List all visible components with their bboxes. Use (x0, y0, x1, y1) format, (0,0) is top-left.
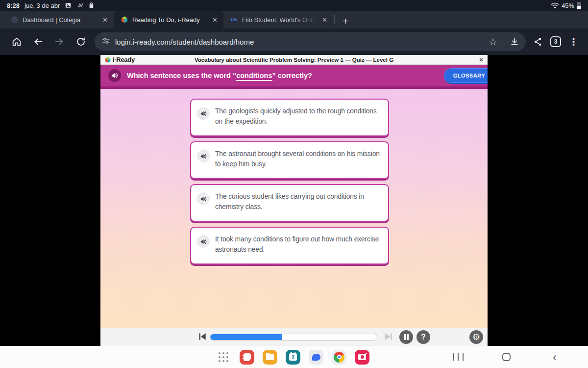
download-icon[interactable] (506, 33, 523, 50)
android-nav-keys: ‹ (426, 346, 588, 368)
tab-title: Filo Student: World's Only (242, 16, 317, 24)
clock: 8:28 (7, 2, 20, 9)
answer-audio-button[interactable] (197, 192, 210, 205)
site-controls-icon[interactable] (101, 36, 110, 47)
answer-audio-button[interactable] (197, 150, 210, 162)
tab-switcher-button[interactable]: 3 (550, 36, 561, 47)
tab-iready-active[interactable]: Reading To Do, i-Ready ✕ (114, 11, 223, 28)
battery-percent: 45% (562, 2, 574, 9)
battery-icon (577, 2, 581, 9)
iready-favicon (121, 16, 128, 24)
close-tab-icon[interactable]: ✕ (321, 16, 328, 24)
quiz-title: Vocabulary about Scientific Problem Solv… (100, 57, 488, 63)
audio-progress-bar[interactable] (210, 334, 377, 341)
question-keyword: conditions (236, 72, 272, 79)
chrome-app-icon[interactable] (332, 350, 346, 365)
status-left: 8:28 jue, 3 de abr (7, 2, 95, 9)
my-files-app-icon[interactable] (263, 350, 277, 365)
home-button[interactable] (7, 32, 26, 52)
answer-text: The geologists quickly adjusted to the r… (215, 106, 381, 127)
skip-forward-button[interactable] (384, 332, 393, 343)
answer-text: It took many conditions to figure out ho… (215, 234, 381, 255)
pen-notification-icon (76, 2, 83, 9)
filo-favicon: filo (230, 16, 238, 24)
answer-option-3[interactable]: The curious student likes carrying out c… (190, 184, 389, 222)
camera-app-icon[interactable] (355, 350, 369, 365)
calendar-app-icon[interactable]: 3 (286, 350, 300, 365)
settings-gear-button[interactable]: ⚙ (469, 330, 483, 344)
address-bar[interactable]: login.i-ready.com/student/dashboard/home… (95, 32, 526, 51)
colegia-favicon (11, 16, 19, 24)
question-text: Which sentence uses the word “conditions… (127, 72, 312, 79)
tab-filo-student[interactable]: filo Filo Student: World's Only ✕ (223, 11, 333, 28)
tab-dashboard-colegia[interactable]: Dashboard | Colēgia ✕ (4, 11, 114, 28)
answer-option-4[interactable]: It took many conditions to figure out ho… (190, 227, 389, 264)
answer-text: The curious student likes carrying out c… (215, 191, 381, 212)
answer-option-1[interactable]: The geologists quickly adjusted to the r… (190, 99, 389, 136)
page-content: i-Ready Vocabulary about Scientific Prob… (0, 55, 588, 346)
status-right: 45% (551, 2, 581, 9)
new-tab-button[interactable]: + (338, 15, 353, 27)
glossary-button[interactable]: GLOSSARY (444, 68, 488, 83)
answer-area: The geologists quickly adjusted to the r… (100, 89, 488, 328)
device-screen: 8:28 jue, 3 de abr 45% Dashboard | Colēg… (0, 0, 588, 368)
help-button[interactable]: ? (416, 330, 430, 344)
samsung-notes-app-icon[interactable] (240, 350, 254, 365)
browser-menu-icon[interactable]: ⋮ (566, 36, 581, 48)
audio-player-bar: ? ⚙ (100, 328, 488, 346)
app-drawer-button[interactable] (219, 352, 228, 362)
date-label: jue, 3 de abr (24, 2, 60, 9)
recents-button[interactable] (452, 346, 465, 368)
screenshot-notification-icon (65, 2, 72, 9)
url-text[interactable]: login.i-ready.com/student/dashboard/home (115, 38, 480, 46)
tab-divider (334, 15, 335, 24)
question-bar: Which sentence uses the word “conditions… (100, 65, 488, 89)
back-button[interactable] (28, 32, 48, 52)
answer-text: The astronaut brought several conditions… (215, 149, 381, 170)
answer-audio-button[interactable] (197, 235, 210, 248)
forward-button[interactable] (50, 32, 70, 52)
home-nav-button[interactable] (502, 346, 511, 368)
toolbar-right: 3 ⋮ (531, 32, 581, 52)
browser-tab-strip: Dashboard | Colēgia ✕ Reading To Do, i-R… (0, 11, 588, 28)
share-icon[interactable] (531, 32, 545, 52)
messages-app-icon[interactable] (309, 350, 323, 365)
quiz-header: i-Ready Vocabulary about Scientific Prob… (100, 55, 488, 65)
tab-title: Reading To Do, i-Ready (132, 16, 207, 24)
answer-audio-button[interactable] (197, 107, 210, 120)
back-nav-button[interactable]: ‹ (553, 346, 557, 368)
browser-toolbar: login.i-ready.com/student/dashboard/home… (0, 28, 588, 55)
status-bar: 8:28 jue, 3 de abr 45% (0, 0, 588, 11)
close-tab-icon[interactable]: ✕ (101, 16, 109, 24)
iready-quiz-window: i-Ready Vocabulary about Scientific Prob… (100, 55, 488, 346)
bag-notification-icon (88, 2, 95, 9)
audio-progress-fill (210, 334, 282, 340)
close-tab-icon[interactable]: ✕ (211, 16, 219, 24)
tab-title: Dashboard | Colēgia (23, 16, 98, 24)
answer-option-2[interactable]: The astronaut brought several conditions… (190, 141, 389, 179)
quiz-close-icon[interactable]: ✕ (479, 55, 484, 65)
wifi-icon (551, 2, 559, 9)
skip-back-button[interactable] (197, 332, 207, 343)
bookmark-star-icon[interactable]: ☆ (485, 33, 501, 50)
reload-button[interactable] (71, 32, 91, 52)
pause-button[interactable] (399, 330, 413, 344)
question-audio-button[interactable] (108, 69, 121, 82)
